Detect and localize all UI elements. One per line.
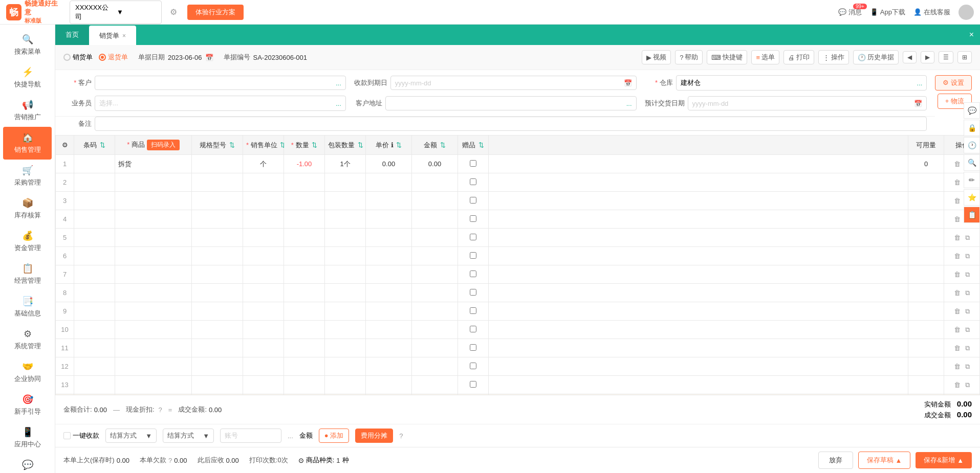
- cell-available[interactable]: [908, 339, 944, 357]
- expense-split-button[interactable]: 费用分摊: [355, 429, 393, 443]
- copy-icon[interactable]: ⧉: [965, 363, 970, 370]
- copy-icon[interactable]: ⧉: [965, 307, 970, 315]
- cell-pack-qty[interactable]: [325, 210, 366, 229]
- cell-spec[interactable]: [192, 321, 243, 339]
- cell-remark[interactable]: [489, 155, 908, 173]
- cell-amount[interactable]: [412, 339, 458, 357]
- cell-spec[interactable]: [192, 357, 243, 376]
- cell-amount[interactable]: [412, 284, 458, 302]
- cell-unit[interactable]: [243, 302, 284, 321]
- float-history-btn[interactable]: 🕐: [964, 137, 980, 153]
- sidebar-item-purchase[interactable]: 🛒 采购管理: [0, 160, 55, 192]
- due-date-cal-icon[interactable]: 📅: [624, 79, 632, 87]
- cell-ops[interactable]: 🗑 ⧉: [944, 321, 980, 339]
- cell-gift[interactable]: [458, 155, 489, 173]
- cell-spec[interactable]: [192, 210, 243, 229]
- cell-gift[interactable]: [458, 265, 489, 284]
- delete-icon[interactable]: 🗑: [954, 252, 961, 260]
- scan-btn[interactable]: 扫码录入: [147, 140, 180, 150]
- cell-qty[interactable]: [284, 376, 325, 394]
- print-btn[interactable]: 🖨 打印: [783, 50, 814, 64]
- delete-icon[interactable]: 🗑: [954, 178, 961, 186]
- cell-unit[interactable]: [243, 321, 284, 339]
- copy-icon[interactable]: ⧉: [965, 326, 970, 333]
- cell-barcode[interactable]: [74, 155, 115, 173]
- cell-barcode[interactable]: [74, 357, 115, 376]
- cell-qty[interactable]: [284, 357, 325, 376]
- sidebar-item-app-center[interactable]: 📱 应用中心: [0, 421, 55, 454]
- copy-icon[interactable]: ⧉: [965, 289, 970, 297]
- cell-unit[interactable]: [243, 247, 284, 265]
- delete-icon[interactable]: 🗑: [954, 160, 961, 168]
- cell-available[interactable]: [908, 173, 944, 192]
- float-lock-btn[interactable]: 🔒: [964, 120, 980, 136]
- sidebar-item-finance[interactable]: 💰 资金管理: [0, 225, 55, 258]
- sidebar-item-shortcut[interactable]: ⚡ 快捷导航: [0, 61, 55, 94]
- cell-available[interactable]: [908, 265, 944, 284]
- cell-unit[interactable]: [243, 192, 284, 210]
- warehouse-input[interactable]: 建材仓 ...: [676, 75, 927, 91]
- cell-gift[interactable]: [458, 284, 489, 302]
- cell-qty[interactable]: [284, 284, 325, 302]
- next-btn[interactable]: ▶: [921, 51, 934, 63]
- cell-barcode[interactable]: [74, 229, 115, 247]
- cell-ops[interactable]: 🗑 ⧉: [944, 284, 980, 302]
- cell-gift[interactable]: [458, 229, 489, 247]
- due-date-input[interactable]: yyyy-mm-dd 📅: [390, 76, 637, 90]
- float-orange-btn[interactable]: 📋: [964, 207, 980, 223]
- cell-amount[interactable]: [412, 247, 458, 265]
- cell-goods[interactable]: [115, 357, 192, 376]
- setting-button[interactable]: ⚙ 设置: [935, 75, 972, 91]
- copy-icon[interactable]: ⧉: [965, 344, 970, 352]
- cell-price[interactable]: [366, 247, 412, 265]
- cell-amount[interactable]: [412, 210, 458, 229]
- cell-barcode[interactable]: [74, 173, 115, 192]
- cell-price[interactable]: [366, 173, 412, 192]
- company-selector[interactable]: XXXXXX公司 ▼: [70, 1, 162, 24]
- cell-spec[interactable]: [192, 192, 243, 210]
- cell-unit[interactable]: [243, 173, 284, 192]
- expected-date-cal-icon[interactable]: 📅: [914, 100, 922, 107]
- cell-amount[interactable]: 0.00: [412, 155, 458, 173]
- delete-icon[interactable]: 🗑: [954, 344, 961, 352]
- cell-remark[interactable]: [489, 284, 908, 302]
- cell-price[interactable]: [366, 321, 412, 339]
- gear-button[interactable]: ⚙: [166, 5, 181, 19]
- prev-btn[interactable]: ◀: [903, 51, 917, 63]
- cell-remark[interactable]: [489, 376, 908, 394]
- cell-unit[interactable]: [243, 357, 284, 376]
- float-search-btn[interactable]: 🔍: [964, 154, 980, 171]
- cell-remark[interactable]: [489, 229, 908, 247]
- cell-price[interactable]: [366, 339, 412, 357]
- cell-spec[interactable]: [192, 265, 243, 284]
- cell-amount[interactable]: [412, 302, 458, 321]
- cell-pack-qty[interactable]: [325, 357, 366, 376]
- cell-unit[interactable]: [243, 284, 284, 302]
- delete-icon[interactable]: 🗑: [954, 307, 961, 315]
- cell-pack-qty[interactable]: [325, 229, 366, 247]
- note-input[interactable]: [95, 117, 927, 131]
- cell-available[interactable]: 0: [908, 155, 944, 173]
- cell-remark[interactable]: [489, 302, 908, 321]
- cell-pack-qty[interactable]: [325, 247, 366, 265]
- cell-spec[interactable]: [192, 284, 243, 302]
- cell-ops[interactable]: 🗑 ⧉: [944, 229, 980, 247]
- trial-button[interactable]: 体验行业方案: [187, 5, 244, 20]
- cell-goods[interactable]: 拆货: [115, 155, 192, 173]
- cell-spec[interactable]: [192, 302, 243, 321]
- cell-ops[interactable]: 🗑 ⧉: [944, 376, 980, 394]
- cell-unit[interactable]: [243, 229, 284, 247]
- cell-pack-qty[interactable]: 1个: [325, 155, 366, 173]
- calc-method-select[interactable]: 结算方式 ▼: [105, 429, 157, 443]
- cell-spec[interactable]: [192, 173, 243, 192]
- cell-goods[interactable]: [115, 321, 192, 339]
- one-click-checkbox[interactable]: [63, 432, 71, 439]
- one-click-payment[interactable]: 一键收款: [63, 431, 99, 440]
- app-download-button[interactable]: 📱 App下载: [870, 8, 905, 17]
- cell-barcode[interactable]: [74, 339, 115, 357]
- tab-home[interactable]: 首页: [55, 25, 89, 45]
- video-btn[interactable]: ▶ 视频: [642, 50, 671, 64]
- cell-pack-qty[interactable]: [325, 321, 366, 339]
- cell-ops[interactable]: 🗑 ⧉: [944, 265, 980, 284]
- expected-date-input[interactable]: yyyy-mm-dd 📅: [688, 96, 927, 110]
